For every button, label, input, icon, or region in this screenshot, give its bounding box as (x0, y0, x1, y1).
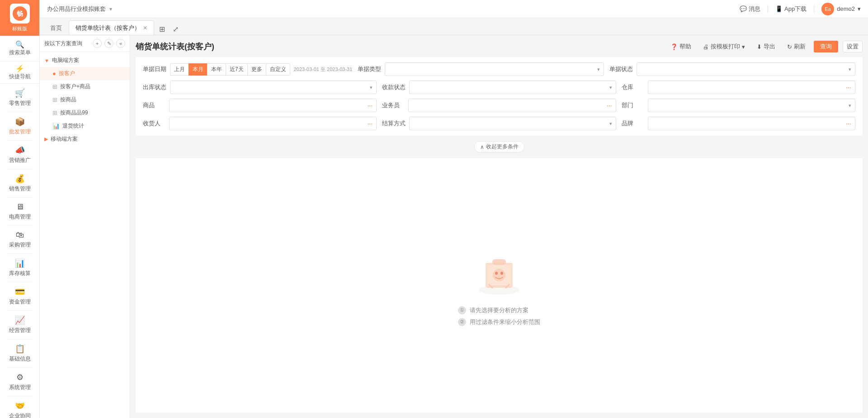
doc-type-arrow: ▾ (597, 66, 600, 72)
message-button[interactable]: 💬 消息 (740, 5, 760, 13)
logo[interactable]: 畅 标账版 (0, 0, 39, 36)
filter-salesman: 业务员 ··· (382, 99, 616, 112)
tab-sales-stat[interactable]: 销货单统计表（按客户） ✕ (69, 20, 154, 35)
dept-arrow: ▾ (849, 103, 851, 109)
sidebar-item-retail[interactable]: 🛒零售管理 (7, 84, 33, 112)
goods-label: 商品 (143, 101, 165, 109)
tab-sales-stat-label: 销货单统计表（按客户） (75, 24, 140, 32)
dept-control[interactable]: ▾ (648, 99, 855, 112)
goods-control[interactable]: ··· (169, 99, 377, 112)
sidebar-item-icon-sales: 💰 (15, 174, 25, 184)
export-button[interactable]: ⬇ 导出 (753, 41, 779, 52)
sidebar-quick-nav[interactable]: ⚡ 快捷导航 (0, 62, 39, 84)
scheme-edit-button[interactable]: ✎ (104, 39, 113, 48)
filter-doc-status: 单据状态 ▾ (609, 62, 855, 76)
date-this-month[interactable]: 本月 (189, 63, 207, 76)
date-custom[interactable]: 自定义 (266, 63, 290, 76)
receipt-status-arrow: ▾ (609, 85, 612, 90)
settings-button[interactable]: 设置 (843, 41, 863, 52)
receipt-status-label: 收款状态 (382, 83, 406, 91)
sidebar-item-sales[interactable]: 💰销售管理 (7, 169, 33, 198)
sidebar-item-label-purchase: 采购管理 (9, 241, 31, 249)
dept-label: 部门 (622, 101, 644, 109)
scheme-item-label4: 按商品品99 (60, 109, 88, 117)
scheme-item-by-goods[interactable]: ⊞ 按商品 (40, 93, 130, 106)
scheme-item-customer-goods[interactable]: ⊞ 按客户+商品 (40, 80, 130, 93)
filter-dept: 部门 ▾ (622, 99, 855, 112)
out-status-control[interactable]: ▾ (170, 81, 377, 94)
sidebar-item-inventory[interactable]: 📊库存核算 (7, 254, 33, 282)
brand-control[interactable]: ··· (648, 117, 855, 130)
sidebar-item-label-wholesale: 批发管理 (9, 128, 31, 136)
consignee-label: 收货人 (143, 119, 165, 128)
salesman-label: 业务员 (382, 101, 405, 109)
scheme-collapse-button[interactable]: « (116, 39, 125, 48)
sidebar-item-label-ecommerce: 电商管理 (9, 213, 31, 221)
sidebar-item-icon-basic: 📋 (15, 344, 25, 354)
tab-bar: 首页 销货单统计表（按客户） ✕ ⊞ ⤢ (40, 18, 868, 35)
report-actions: ❓ 帮助 🖨 按模板打印 ▾ ⬇ 导出 ↻ 刷新 (667, 41, 863, 52)
sidebar-item-wholesale[interactable]: 📦批发管理 (7, 112, 33, 141)
date-more[interactable]: 更多 (247, 63, 266, 76)
template-print-button[interactable]: 🖨 按模板打印 ▾ (699, 41, 749, 52)
app-icon: 📱 (775, 5, 783, 12)
salesman-control[interactable]: ··· (408, 99, 616, 112)
header-title: 办公用品行业模拟账套 (47, 5, 106, 13)
scheme-group-label: 电脑端方案 (52, 57, 79, 64)
tip-num-2: ② (458, 318, 466, 326)
sidebar-item-marketing[interactable]: 📣营销推广 (7, 141, 33, 169)
scheme-add-button[interactable]: + (93, 39, 102, 48)
sidebar-item-system[interactable]: ⚙系统管理 (7, 368, 33, 396)
scheme-item-icon5: 📊 (52, 123, 60, 129)
user-menu[interactable]: Ea demo2 ▾ (821, 3, 861, 15)
scheme-item-by-customer[interactable]: ● 按客户 (40, 67, 130, 80)
scheme-group-header-mobile[interactable]: ▶ 移动端方案 (40, 133, 130, 146)
tab-home[interactable]: 首页 (43, 20, 69, 35)
help-button[interactable]: ❓ 帮助 (667, 41, 695, 52)
collapse-button[interactable]: ∧ 收起更多条件 (474, 141, 524, 152)
date-prev-month[interactable]: 上月 (170, 63, 189, 76)
date-this-year[interactable]: 本年 (207, 63, 226, 76)
scheme-group-header-desktop[interactable]: ▼ 电脑端方案 (40, 54, 130, 67)
brand-label: 品牌 (622, 119, 644, 128)
tab-restore-button[interactable]: ⊞ (156, 23, 168, 35)
scheme-item-label: 按客户 (59, 70, 75, 77)
report-panel: 销货单统计表(按客户) ❓ 帮助 🖨 按模板打印 ▾ ⬇ 导出 (130, 35, 868, 418)
empty-tip-1: ① 请先选择要分析的方案 (458, 306, 540, 314)
scheme-group-mobile: ▶ 移动端方案 (40, 133, 130, 146)
doc-type-label: 单据类型 (358, 65, 381, 73)
query-button[interactable]: 查询 (814, 41, 838, 52)
warehouse-control[interactable]: ··· (648, 81, 855, 94)
scheme-item-by-goods-99[interactable]: ⊞ 按商品品99 (40, 106, 130, 119)
doc-type-control[interactable]: ▾ (385, 62, 604, 76)
refresh-button[interactable]: ↻ 刷新 (783, 41, 809, 52)
sidebar-item-label-basic: 基础信息 (9, 355, 31, 363)
sidebar-item-purchase[interactable]: 🛍采购管理 (7, 226, 33, 254)
scheme-group-collapse-icon: ▶ (44, 136, 48, 142)
scheme-header: 按以下方案查询 + ✎ « (40, 35, 130, 52)
receipt-status-control[interactable]: ▾ (409, 81, 616, 94)
sidebar-item-finance[interactable]: 💳资金管理 (7, 282, 33, 311)
top-header: 办公用品行业模拟账套 ▾ 💬 消息 📱 App下载 Ea demo2 ▾ (40, 0, 868, 18)
sidebar-item-operation[interactable]: 📈经营管理 (7, 311, 33, 339)
doc-status-control[interactable]: ▾ (637, 62, 855, 76)
sidebar-item-label-operation: 经营管理 (9, 327, 31, 334)
sidebar-search[interactable]: 🔍 搜索菜单 (0, 36, 39, 62)
tab-maximize-button[interactable]: ⤢ (170, 23, 181, 35)
date-last-7[interactable]: 近7天 (226, 63, 247, 76)
app-download-button[interactable]: 📱 App下载 (775, 5, 807, 13)
scheme-header-icons: + ✎ « (93, 39, 125, 48)
payment-control[interactable]: ▾ (409, 117, 616, 130)
sidebar-items: 🛒零售管理📦批发管理📣营销推广💰销售管理🖥电商管理🛍采购管理📊库存核算💳资金管理… (7, 84, 33, 418)
scheme-item-return-stat[interactable]: 📊 退货统计 (40, 119, 130, 133)
filter-row-4: 收货人 ··· 结算方式 ▾ 品牌 (143, 117, 855, 130)
tab-close-icon[interactable]: ✕ (143, 25, 147, 31)
consignee-control[interactable]: ··· (169, 117, 377, 130)
sidebar-item-enterprise[interactable]: 🤝企业协同 (7, 396, 33, 418)
header-dropdown-icon[interactable]: ▾ (109, 6, 112, 12)
collapse-icon: ∧ (480, 144, 484, 150)
sidebar-item-basic[interactable]: 📋基础信息 (7, 339, 33, 368)
header-left: 办公用品行业模拟账套 ▾ (47, 5, 112, 13)
sidebar-item-ecommerce[interactable]: 🖥电商管理 (7, 198, 33, 226)
avatar: Ea (821, 3, 834, 15)
